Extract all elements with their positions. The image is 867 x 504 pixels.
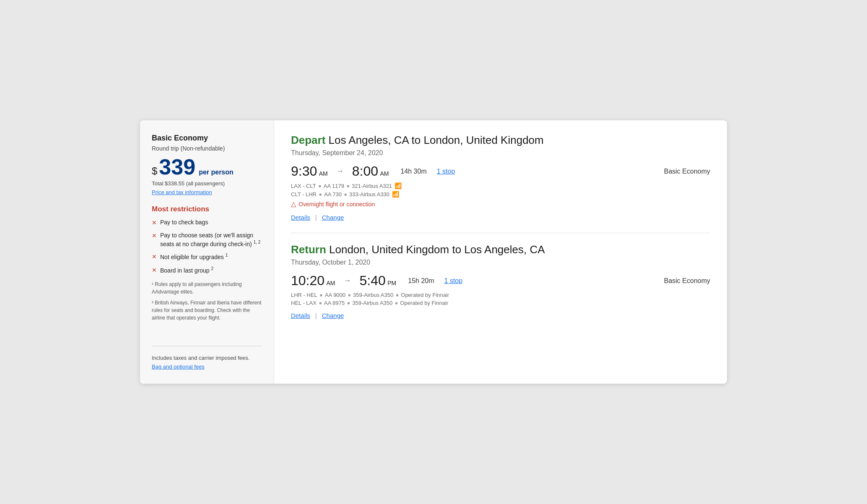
booking-card: Basic Economy Round trip (Non-refundable…	[140, 120, 727, 384]
wifi-icon: 📶	[395, 182, 402, 189]
return-route: London, United Kingdom to Los Angeles, C…	[329, 243, 545, 256]
dot: ■	[347, 301, 350, 305]
depart-cabin: Basic Economy	[664, 168, 710, 175]
return-leg2-route: HEL - LAX	[291, 300, 317, 306]
depart-duration: 14h 30m	[400, 168, 426, 175]
return-leg1-details: LHR - HEL ■ AA 9000 ■ 359-Airbus A350 ■ …	[291, 292, 710, 298]
right-panel: Depart Los Angeles, CA to London, United…	[274, 120, 727, 384]
price-amount: 339	[159, 156, 195, 178]
return-label: Return	[291, 243, 326, 256]
depart-action-links: Details | Change	[291, 214, 710, 221]
leg1-flight: AA 1179	[324, 183, 344, 189]
total-price: Total $338.55 (all passengers)	[152, 180, 262, 187]
depart-times-row: 9:30 AM → 8:00 AM 14h 30m 1 stop Basic E…	[291, 164, 710, 179]
depart-details-link[interactable]: Details	[291, 214, 310, 221]
separator: |	[315, 312, 317, 319]
return-arrive-time-value: 5:40	[360, 273, 386, 288]
arrow-icon: →	[336, 167, 344, 176]
dot: ■	[395, 301, 397, 305]
restriction-item-upgrades: ✕ Not eligible for upgrades 1	[152, 252, 262, 261]
return-depart-period: AM	[327, 280, 335, 286]
x-icon: ✕	[152, 232, 157, 240]
leg1-route: LAX - CLT	[291, 183, 316, 189]
x-icon: ✕	[152, 219, 157, 227]
price-tax-link[interactable]: Price and tax information	[152, 189, 212, 195]
depart-leg1-details: LAX - CLT ■ AA 1179 ■ 321-Airbus A321 📶	[291, 182, 710, 189]
overnight-warning: △ Overnight flight or connection	[291, 200, 710, 208]
depart-leg2-details: CLT - LHR ■ AA 730 ■ 333-Airbus A330 📶	[291, 191, 710, 197]
arrive-time-value: 8:00	[352, 164, 378, 179]
depart-time: 9:30 AM	[291, 164, 328, 179]
leg1-aircraft: 321-Airbus A321	[352, 183, 392, 189]
depart-time-value: 9:30	[291, 164, 317, 179]
return-arrive-time: 5:40 PM	[360, 273, 397, 288]
depart-route: Los Angeles, CA to London, United Kingdo…	[329, 134, 544, 146]
dot: ■	[396, 293, 398, 297]
return-depart-time: 10:20 AM	[291, 273, 335, 288]
return-leg2-operator: Operated by Finnair	[400, 300, 448, 306]
restriction-text-seats: Pay to choose seats (or we'll assign sea…	[160, 231, 262, 249]
return-leg2-flight: AA 8975	[324, 300, 345, 306]
leg2-route: CLT - LHR	[291, 191, 317, 197]
section-divider	[291, 233, 710, 233]
return-details-link[interactable]: Details	[291, 312, 310, 319]
restrictions-title: Most restrictions	[152, 205, 262, 213]
dot: ■	[320, 293, 322, 297]
separator: |	[315, 214, 317, 221]
return-flight-section: Return London, United Kingdom to Los Ang…	[291, 243, 710, 319]
restriction-text-upgrades: Not eligible for upgrades 1	[160, 252, 228, 261]
restriction-item-bags: ✕ Pay to check bags	[152, 218, 262, 227]
return-leg1-flight: AA 9000	[325, 292, 345, 298]
dollar-sign: $	[152, 165, 157, 177]
depart-period: AM	[319, 170, 328, 177]
return-leg1-operator: Operated by Finnair	[401, 292, 449, 298]
depart-stops-link[interactable]: 1 stop	[437, 168, 455, 175]
x-icon: ✕	[152, 266, 157, 275]
return-stops-link[interactable]: 1 stop	[444, 277, 463, 285]
dot: ■	[319, 301, 322, 305]
restriction-list: ✕ Pay to check bags ✕ Pay to choose seat…	[152, 218, 262, 275]
return-depart-time-value: 10:20	[291, 273, 324, 288]
leg2-flight: AA 730	[324, 191, 342, 197]
return-date: Thursday, October 1, 2020	[291, 259, 710, 266]
x-icon: ✕	[152, 253, 157, 261]
restriction-item-boarding: ✕ Board in last group 2	[152, 266, 262, 275]
return-leg1-aircraft: 359-Airbus A350	[353, 292, 393, 298]
return-leg2-details: HEL - LAX ■ AA 8975 ■ 359-Airbus A350 ■ …	[291, 300, 710, 306]
depart-flight-header: Depart Los Angeles, CA to London, United…	[291, 134, 710, 147]
restriction-text-bags: Pay to check bags	[160, 218, 208, 227]
return-duration: 15h 20m	[408, 277, 434, 285]
bag-fees-link[interactable]: Bag and optional fees	[152, 364, 205, 370]
return-title: Return London, United Kingdom to Los Ang…	[291, 243, 710, 256]
return-leg2-aircraft: 359-Airbus A350	[352, 300, 392, 306]
return-flight-header: Return London, United Kingdom to Los Ang…	[291, 243, 710, 256]
return-arrow-icon: →	[344, 276, 351, 285]
dot: ■	[348, 293, 350, 297]
depart-title: Depart Los Angeles, CA to London, United…	[291, 134, 710, 147]
wifi-icon: 📶	[392, 191, 399, 197]
footnote-2: ² British Airways, Finnair and Iberia ha…	[152, 299, 262, 322]
return-action-links: Details | Change	[291, 312, 710, 319]
arrive-time: 8:00 AM	[352, 164, 389, 179]
arrive-period: AM	[380, 170, 389, 177]
restriction-text-boarding: Board in last group 2	[160, 266, 213, 275]
return-arrive-period: PM	[387, 280, 396, 286]
depart-change-link[interactable]: Change	[322, 214, 344, 221]
fare-type-title: Basic Economy	[152, 134, 262, 143]
return-leg1-route: LHR - HEL	[291, 292, 317, 298]
depart-date: Thursday, September 24, 2020	[291, 149, 710, 157]
dot: ■	[319, 184, 321, 188]
dot: ■	[344, 192, 347, 197]
dot: ■	[319, 192, 322, 197]
return-times-row: 10:20 AM → 5:40 PM 15h 20m 1 stop Basic …	[291, 273, 710, 288]
return-cabin: Basic Economy	[664, 277, 710, 285]
return-change-link[interactable]: Change	[322, 312, 344, 319]
includes-text: Includes taxes and carrier imposed fees.	[152, 355, 262, 361]
depart-flight-section: Depart Los Angeles, CA to London, United…	[291, 134, 710, 221]
depart-label: Depart	[291, 134, 325, 146]
trip-type: Round trip (Non-refundable)	[152, 145, 262, 152]
price-row: $ 339 per person	[152, 156, 262, 178]
dot: ■	[347, 184, 349, 188]
left-panel: Basic Economy Round trip (Non-refundable…	[140, 120, 274, 384]
per-person-label: per person	[199, 169, 234, 176]
